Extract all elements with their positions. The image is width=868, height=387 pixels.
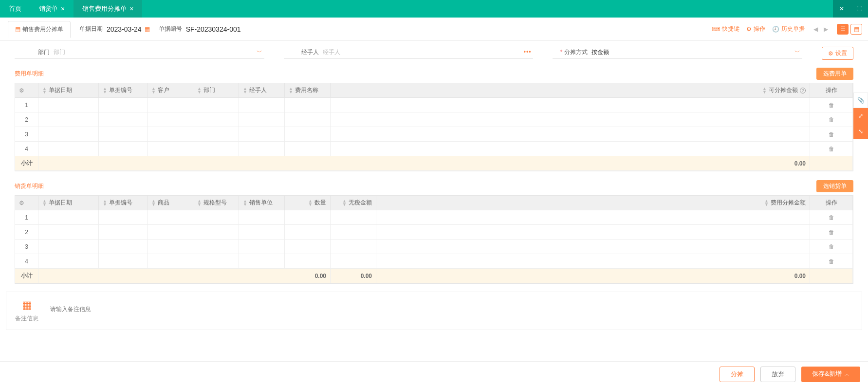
sales-table: ⚙ ▲▼单据日期 ▲▼单据编号 ▲▼商品 ▲▼规格型号 ▲▼销售单位 ▲▼数量 … — [15, 195, 853, 284]
history-link[interactable]: 🕘历史单据 — [772, 25, 805, 33]
delete-icon[interactable]: 🗑 — [829, 146, 834, 152]
close-icon[interactable]: × — [129, 5, 133, 13]
col-unit[interactable]: ▲▼销售单位 — [239, 196, 285, 210]
shortcut-link[interactable]: ⌨快捷键 — [712, 25, 739, 33]
note-icon: ▦ — [15, 299, 38, 312]
remarks-box: ▦ 备注信息 — [6, 292, 862, 330]
remarks-input[interactable] — [50, 299, 853, 313]
col-notax[interactable]: ▲▼无税金额 — [331, 196, 376, 210]
delete-icon[interactable]: 🗑 — [829, 102, 834, 109]
select-expense-button[interactable]: 选费用单 — [816, 68, 853, 80]
table-row[interactable]: 3🗑 — [15, 240, 853, 254]
table-row[interactable]: 2🗑 — [15, 112, 853, 127]
ops-link[interactable]: ⚙操作 — [746, 25, 765, 33]
delete-icon[interactable]: 🗑 — [829, 116, 834, 123]
date-value[interactable]: 2023-03-24 — [107, 25, 142, 33]
nav-prev-button[interactable]: ◀ — [812, 25, 820, 34]
col-handler[interactable]: ▲▼经手人 — [239, 83, 285, 97]
table-gear[interactable]: ⚙ — [15, 83, 38, 97]
col-spec[interactable]: ▲▼规格型号 — [193, 196, 239, 210]
delete-icon[interactable]: 🗑 — [829, 214, 834, 221]
keyboard-icon: ⌨ — [712, 26, 720, 33]
form-tab-current[interactable]: ▤ 销售费用分摊单 — [8, 21, 71, 38]
subtotal-row: 小计0.00 — [15, 156, 853, 171]
tab-sales-order[interactable]: 销货单× — [30, 0, 74, 18]
col-alloc-amount[interactable]: ▲▼费用分摊金额 — [376, 196, 810, 210]
docno-label: 单据编号 — [159, 25, 182, 33]
view-grid-button[interactable]: ▤ — [850, 24, 862, 35]
save-new-button[interactable]: 保存&新增︿ — [801, 367, 860, 382]
table-row[interactable]: 1🗑 — [15, 98, 853, 112]
handler-field[interactable]: 经手人 经手人 ••• — [284, 48, 534, 59]
delete-icon[interactable]: 🗑 — [829, 131, 834, 138]
side-float-toolbar: 📎 ⤢ ⤡ — [853, 92, 868, 139]
col-op: 操作 — [810, 196, 853, 210]
col-goods[interactable]: ▲▼商品 — [148, 196, 193, 210]
col-date[interactable]: ▲▼单据日期 — [38, 83, 99, 97]
view-list-button[interactable]: ☰ — [837, 24, 849, 35]
footer-bar: 分摊 放弃 保存&新增︿ — [0, 361, 868, 387]
select-sales-button[interactable]: 选销货单 — [816, 180, 853, 192]
docno-value: SF-20230324-001 — [186, 25, 241, 33]
form-icon: ▤ — [15, 26, 20, 33]
gear-icon: ⚙ — [828, 50, 833, 57]
chevron-down-icon[interactable]: ﹀ — [255, 48, 264, 56]
delete-icon[interactable]: 🗑 — [829, 243, 834, 250]
delete-icon[interactable]: 🗑 — [829, 258, 834, 265]
table-row[interactable]: 4🗑 — [15, 142, 853, 156]
form-header: ▤ 销售费用分摊单 单据日期 2023-03-24 ▦ 单据编号 SF-2023… — [0, 18, 868, 41]
col-docno[interactable]: ▲▼单据编号 — [99, 83, 148, 97]
close-icon[interactable]: × — [61, 5, 65, 13]
calendar-icon[interactable]: ▦ — [145, 26, 150, 33]
col-op: 操作 — [810, 83, 853, 97]
subtotal-row: 小计0.000.000.00 — [15, 269, 853, 283]
tab-home[interactable]: 首页 — [0, 0, 30, 18]
allocate-button[interactable]: 分摊 — [720, 367, 755, 382]
col-dept[interactable]: ▲▼部门 — [193, 83, 239, 97]
attachment-button[interactable]: 📎 — [853, 92, 868, 108]
table-row[interactable]: 2🗑 — [15, 225, 853, 240]
clock-icon: 🕘 — [772, 26, 779, 33]
nav-next-button[interactable]: ▶ — [822, 25, 830, 34]
gear-icon: ⚙ — [19, 87, 24, 94]
table-row[interactable]: 1🗑 — [15, 210, 853, 225]
chevron-up-icon: ︿ — [845, 371, 850, 377]
col-date[interactable]: ▲▼单据日期 — [38, 196, 99, 210]
expense-table: ⚙ ▲▼单据日期 ▲▼单据编号 ▲▼客户 ▲▼部门 ▲▼经手人 ▲▼费用名称 ▲… — [15, 83, 853, 171]
expand2-button[interactable]: ⤡ — [853, 124, 868, 139]
discard-button[interactable]: 放弃 — [760, 367, 795, 382]
col-docno[interactable]: ▲▼单据编号 — [99, 196, 148, 210]
form-fields-row: 部门 部门 ﹀ 经手人 经手人 ••• *分摊方式 按金额 ﹀ ⚙设置 — [0, 41, 868, 68]
expand-button[interactable]: ⤢ — [853, 108, 868, 124]
chevron-down-icon[interactable]: ﹀ — [793, 48, 802, 56]
expense-detail-title: 费用单明细 — [15, 70, 44, 78]
table-row[interactable]: 3🗑 — [15, 127, 853, 142]
more-icon[interactable]: ••• — [522, 49, 534, 55]
tab-expense-allocation[interactable]: 销售费用分摊单× — [74, 0, 142, 18]
col-qty[interactable]: ▲▼数量 — [285, 196, 331, 210]
col-feename[interactable]: ▲▼费用名称 — [285, 83, 331, 97]
top-tab-bar: 首页 销货单× 销售费用分摊单× ✕ ⛶ — [0, 0, 868, 18]
gear-icon: ⚙ — [19, 200, 24, 206]
delete-icon[interactable]: 🗑 — [829, 229, 834, 236]
window-close-button[interactable]: ✕ — [833, 0, 850, 18]
help-icon[interactable]: ? — [800, 88, 806, 93]
settings-button[interactable]: ⚙设置 — [822, 47, 853, 60]
dept-field[interactable]: 部门 部门 ﹀ — [15, 48, 264, 59]
sales-detail-title: 销货单明细 — [15, 182, 44, 190]
gear-icon: ⚙ — [746, 26, 752, 33]
col-customer[interactable]: ▲▼客户 — [148, 83, 193, 97]
remarks-label: 备注信息 — [15, 314, 38, 323]
table-gear[interactable]: ⚙ — [15, 196, 38, 210]
date-label: 单据日期 — [79, 25, 103, 33]
window-fullscreen-button[interactable]: ⛶ — [850, 0, 868, 18]
col-allocatable-amount[interactable]: ▲▼可分摊金额? — [331, 83, 810, 97]
table-row[interactable]: 4🗑 — [15, 254, 853, 269]
allocation-method-field[interactable]: *分摊方式 按金额 ﹀ — [553, 48, 802, 59]
